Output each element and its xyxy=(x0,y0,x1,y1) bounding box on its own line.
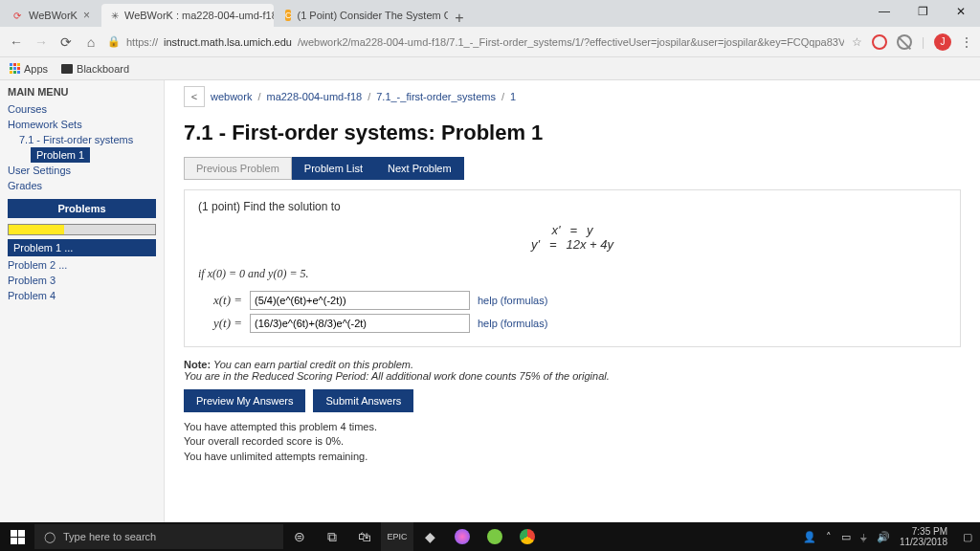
volume-icon[interactable]: 🔊 xyxy=(877,531,890,543)
maximize-button[interactable]: ❐ xyxy=(903,0,942,23)
breadcrumb-set[interactable]: 7.1_-_first-order_systems xyxy=(376,91,496,102)
minimize-button[interactable]: — xyxy=(865,0,903,23)
answer-row-x: x(t) = help (formulas) xyxy=(198,291,947,310)
itunes-icon[interactable] xyxy=(446,522,479,551)
new-tab-button[interactable]: + xyxy=(448,10,471,27)
avatar[interactable]: J xyxy=(934,33,951,51)
tab-title: WeBWorK xyxy=(29,10,78,21)
submit-answers-button[interactable]: Submit Answers xyxy=(313,389,413,412)
apps-bookmark[interactable]: Apps xyxy=(10,63,48,75)
answer-y-label: y(t) = xyxy=(198,316,242,331)
system-tray: 👤 ˄ ▭ ⏚ 🔊 7:35 PM 11/23/2018 ▢ xyxy=(795,526,980,547)
help-formulas-link[interactable]: help (formulas) xyxy=(478,295,547,306)
answer-y-input[interactable] xyxy=(250,314,470,333)
preview-answers-button[interactable]: Preview My Answers xyxy=(184,389,305,412)
reload-icon[interactable]: ⟳ xyxy=(57,33,75,51)
sidebar-courses[interactable]: Courses xyxy=(8,101,156,117)
battery-icon[interactable]: ▭ xyxy=(841,531,851,543)
sidebar-homework-sets[interactable]: Homework Sets xyxy=(8,117,156,132)
status-remaining: You have unlimited attempts remaining. xyxy=(184,450,961,464)
forward-icon[interactable]: → xyxy=(33,33,50,51)
clock[interactable]: 7:35 PM 11/23/2018 xyxy=(900,526,953,547)
answer-row-y: y(t) = help (formulas) xyxy=(198,314,947,333)
tab-2[interactable]: ✳ WeBWorK : ma228-004-umd-f18 × xyxy=(101,4,274,27)
apps-icon xyxy=(10,63,20,74)
breadcrumb-webwork[interactable]: webwork xyxy=(211,91,252,102)
note-text: Note: You can earn partial credit on thi… xyxy=(184,359,961,382)
breadcrumb-course[interactable]: ma228-004-umd-f18 xyxy=(266,91,362,102)
task-view-icon[interactable]: ⧉ xyxy=(316,522,348,551)
url-path: /webwork2/ma228-004-umd-f18/7.1_-_First-… xyxy=(298,36,844,48)
epic-icon[interactable]: EPIC xyxy=(381,522,413,551)
noscript-icon[interactable] xyxy=(897,34,912,50)
menu-icon[interactable]: ⋮ xyxy=(961,35,972,49)
problem-nav-buttons: Previous Problem Problem List Next Probl… xyxy=(184,157,961,180)
chrome-icon[interactable] xyxy=(511,522,544,551)
people-icon[interactable]: 👤 xyxy=(803,531,816,543)
close-button[interactable]: ✕ xyxy=(942,0,980,23)
notifications-icon[interactable]: ▢ xyxy=(963,531,972,543)
sidebar-hw-item[interactable]: 7.1 - First-order systems xyxy=(8,132,156,147)
search-placeholder: Type here to search xyxy=(63,531,156,542)
breadcrumb: < webwork/ ma228-004-umd-f18/ 7.1_-_firs… xyxy=(184,86,961,107)
store-icon[interactable]: 🛍 xyxy=(348,522,381,551)
back-icon[interactable]: ← xyxy=(8,33,25,51)
initial-conditions: if x(0) = 0 and y(0) = 5. xyxy=(198,267,947,281)
problem-box: (1 point) Find the solution to x'=y y'=1… xyxy=(184,189,961,347)
tab-title: (1 Point) Consider The System O xyxy=(297,10,448,21)
taskbar-search[interactable]: ◯ Type here to search xyxy=(34,524,283,549)
problems-header: Problems xyxy=(8,199,156,218)
taskbar: ◯ Type here to search ⊜ ⧉ 🛍 EPIC ◆ 👤 ˄ ▭… xyxy=(0,522,980,551)
tab-title: WeBWorK : ma228-004-umd-f18 xyxy=(124,10,274,21)
breadcrumb-problem: 1 xyxy=(510,91,516,102)
page-title: 7.1 - First-order systems: Problem 1 xyxy=(184,121,961,145)
extension-icon[interactable] xyxy=(872,34,887,50)
search-icon: ◯ xyxy=(44,531,56,543)
browser-titlebar: ⟳ WeBWorK × ✳ WeBWorK : ma228-004-umd-f1… xyxy=(0,0,980,27)
tab-1[interactable]: ⟳ WeBWorK × xyxy=(2,4,100,27)
start-button[interactable] xyxy=(0,530,34,544)
main-content: < webwork/ ma228-004-umd-f18/ 7.1_-_firs… xyxy=(165,80,980,522)
sidebar: MAIN MENU Courses Homework Sets 7.1 - Fi… xyxy=(0,80,165,522)
previous-problem-button[interactable]: Previous Problem xyxy=(184,157,292,180)
blackboard-label: Blackboard xyxy=(77,63,129,75)
status-lines: You have attempted this problem 4 times.… xyxy=(184,420,961,464)
home-icon[interactable]: ⌂ xyxy=(82,33,100,51)
app-icon[interactable]: ◆ xyxy=(413,522,446,551)
apps-label: Apps xyxy=(24,63,48,75)
sidebar-problem-4[interactable]: Problem 4 xyxy=(8,288,156,303)
close-icon[interactable]: × xyxy=(83,9,90,22)
lock-icon: 🔒 xyxy=(107,35,121,48)
problem-intro: (1 point) Find the solution to xyxy=(198,200,947,213)
sidebar-problem-1[interactable]: Problem 1 ... xyxy=(8,239,156,256)
wifi-icon[interactable]: ⏚ xyxy=(860,531,867,542)
blackboard-icon xyxy=(61,64,73,74)
sidebar-problem-3[interactable]: Problem 3 xyxy=(8,273,156,288)
sidebar-problem-2[interactable]: Problem 2 ... xyxy=(8,257,156,273)
url-host: instruct.math.lsa.umich.edu xyxy=(164,36,292,48)
sidebar-grades[interactable]: Grades xyxy=(8,178,156,193)
cortana-icon[interactable]: ⊜ xyxy=(283,522,316,551)
blackboard-bookmark[interactable]: Blackboard xyxy=(61,63,129,75)
url-bar[interactable]: 🔒 https://instruct.math.lsa.umich.edu/we… xyxy=(107,35,844,48)
answer-x-label: x(t) = xyxy=(198,293,242,308)
tab-icon: C xyxy=(285,10,292,21)
utorrent-icon[interactable] xyxy=(479,522,511,551)
next-problem-button[interactable]: Next Problem xyxy=(375,157,464,180)
tray-up-icon[interactable]: ˄ xyxy=(826,531,832,543)
breadcrumb-back[interactable]: < xyxy=(184,86,205,107)
sidebar-user-settings[interactable]: User Settings xyxy=(8,163,156,178)
help-formulas-link[interactable]: help (formulas) xyxy=(478,318,547,329)
tab-3[interactable]: C (1 Point) Consider The System O × xyxy=(276,4,448,27)
url-scheme: https:// xyxy=(126,36,158,48)
tab-icon: ⟳ xyxy=(11,10,23,21)
problem-list-button[interactable]: Problem List xyxy=(292,157,375,180)
status-attempts: You have attempted this problem 4 times. xyxy=(184,420,961,434)
windows-icon xyxy=(11,530,25,544)
star-icon[interactable]: ☆ xyxy=(852,35,862,49)
answer-x-input[interactable] xyxy=(250,291,470,310)
status-score: Your overall recorded score is 0%. xyxy=(184,434,961,449)
sidebar-problem-1-pill[interactable]: Problem 1 xyxy=(31,147,90,163)
submit-row: Preview My Answers Submit Answers xyxy=(184,389,961,412)
bookmarks-bar: Apps Blackboard xyxy=(0,57,980,80)
